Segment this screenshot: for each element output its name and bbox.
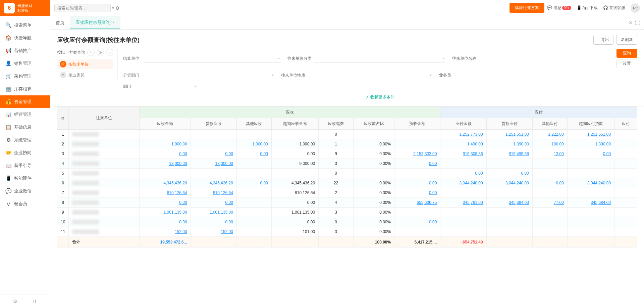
cell-ap-loan: 0.00 bbox=[486, 169, 532, 178]
col-settings-th[interactable]: ⚙ bbox=[57, 107, 69, 130]
filter-fields: 结算单位 ··· 往来单位分类 ▾ bbox=[123, 49, 637, 102]
table-row: 7 810,126.64 810,126.64 810,126.64 2 0.0… bbox=[57, 188, 637, 198]
cell-ar-other bbox=[236, 169, 271, 178]
cell-ar-ratio: 0.00% bbox=[354, 227, 394, 237]
filter-header: 按以下方案查询 + ⊙ « bbox=[57, 49, 113, 56]
cell-ar-other bbox=[236, 227, 271, 237]
page-content: 应收应付余额查询(按往来单位) ↑ 导出 ↺ 刷新 按以下方案查询 bbox=[50, 30, 644, 308]
tab-home[interactable]: 首页 bbox=[50, 16, 70, 29]
cell-ar-ratio: 0.00% bbox=[354, 178, 394, 188]
cell-ap-extra bbox=[614, 198, 637, 208]
cell-ap-extra bbox=[614, 227, 637, 237]
fanglai-nature-select[interactable]: ▾ bbox=[307, 72, 432, 79]
guide-icon: 📖 bbox=[5, 163, 11, 169]
gear-settings-icon[interactable]: ⚙ bbox=[115, 5, 120, 11]
cell-ap-overdue: 345,684.00 bbox=[567, 198, 614, 208]
sidebar-item-enterprise[interactable]: 🤝企业协同 bbox=[0, 146, 50, 159]
fenguan-select[interactable]: ▾ bbox=[144, 72, 274, 79]
col-ap-other-th: 其他应付 bbox=[532, 118, 567, 130]
filter-add-btn[interactable]: + bbox=[87, 49, 95, 56]
sidebar-item-search[interactable]: 🔍搜索菜单 bbox=[0, 19, 50, 32]
cell-ap-extra bbox=[614, 178, 637, 188]
maximize-window-btn[interactable]: ⛶ bbox=[635, 20, 640, 26]
sidebar-label-member: 畅会员 bbox=[14, 201, 27, 207]
cell-ap-overdue bbox=[567, 208, 614, 217]
cell-ar-count: 22 bbox=[319, 178, 354, 188]
sidebar-item-hardware[interactable]: 📱智能硬件 bbox=[0, 172, 50, 185]
scheme-item-staff[interactable]: ⊙ 按业务员 bbox=[57, 70, 113, 80]
sidebar-item-member[interactable]: V畅会员 bbox=[0, 197, 50, 210]
online-service-area[interactable]: 🎧 在线客服 bbox=[603, 5, 625, 11]
dept-label: 部门 bbox=[123, 84, 142, 89]
tab-close-ar-ap[interactable]: × bbox=[112, 20, 115, 25]
sidebar-item-guide[interactable]: 📖新手引导 bbox=[0, 159, 50, 172]
sidebar-item-sales[interactable]: 👤销售管理 bbox=[0, 57, 50, 70]
jiesuan-dots: ··· bbox=[277, 56, 280, 61]
cell-ar-loan bbox=[191, 139, 236, 149]
cell-ap-amount bbox=[440, 159, 486, 169]
sidebar-label-hardware: 智能硬件 bbox=[14, 175, 32, 181]
refresh-btn[interactable]: ↺ 刷新 bbox=[616, 35, 637, 45]
fanglai-cat-select[interactable]: ▾ bbox=[314, 55, 445, 62]
footer-ap-extra bbox=[614, 237, 637, 248]
inventory-icon: 🏢 bbox=[5, 86, 11, 92]
topbar: ▾ ⚙ 体验行业方案 💬 消息99+ 📱 App下载 🎧 在线客服 Rit bbox=[50, 0, 644, 16]
col-ap-extra-th: 应付 bbox=[614, 118, 637, 130]
sidebar-item-wechat[interactable]: 💬企业微信 bbox=[0, 185, 50, 197]
settings-btn[interactable]: 设置 bbox=[616, 59, 637, 68]
sidebar-item-finance[interactable]: 💰资金管理 bbox=[0, 95, 50, 108]
sidebar-item-inventory[interactable]: 🏢库存核算 bbox=[0, 83, 50, 95]
cell-ar-prepay bbox=[394, 227, 440, 237]
filter-settings-btn[interactable]: ⊙ bbox=[97, 49, 104, 56]
fanglai-name-input[interactable] bbox=[478, 57, 610, 60]
cell-ar-other: 1,000.00 bbox=[236, 139, 271, 149]
cell-ar-count: 0 bbox=[319, 169, 354, 178]
user-name[interactable]: Rit bbox=[631, 3, 640, 13]
page-title: 应收应付余额查询(按往来单位) bbox=[57, 36, 140, 44]
page-header-actions: ↑ 导出 ↺ 刷新 bbox=[593, 35, 637, 45]
cell-ar-overdue bbox=[271, 169, 318, 178]
messages-label: 消息 bbox=[553, 5, 561, 10]
export-btn[interactable]: ↑ 导出 bbox=[593, 35, 613, 45]
messages-area[interactable]: 💬 消息99+ bbox=[547, 5, 571, 11]
sidebar-logo: 6 畅捷通财 标准版 bbox=[0, 0, 50, 16]
cell-ap-loan bbox=[486, 217, 532, 227]
sidebar-item-basic-info[interactable]: 📋基础信息 bbox=[0, 121, 50, 134]
sidebar-item-quick-nav[interactable]: 🏠快捷导航 bbox=[0, 32, 50, 44]
cell-ar-amount: 0.00 bbox=[140, 198, 191, 208]
cell-idx: 4 bbox=[57, 159, 69, 169]
sidebar-item-operation[interactable]: 📊经营管理 bbox=[0, 108, 50, 121]
sidebar-item-system[interactable]: ⚙系统管理 bbox=[0, 134, 50, 146]
cell-ap-loan bbox=[486, 227, 532, 237]
jiesuan-input[interactable]: ··· bbox=[144, 55, 281, 62]
filter-area: 按以下方案查询 + ⊙ « 按 按往来单位 ⊙ 按业务员 bbox=[50, 45, 644, 106]
collapse-more-btn[interactable]: ∧ 收起更多条件 bbox=[123, 92, 637, 102]
scheme-item-partner[interactable]: 按 按往来单位 bbox=[57, 59, 113, 69]
col-partner-th: 往来单位 bbox=[69, 107, 140, 130]
sidebar-item-purchase[interactable]: 🛒采购管理 bbox=[0, 70, 50, 83]
cell-ar-overdue: 0.00 bbox=[271, 198, 318, 208]
search-input[interactable] bbox=[54, 4, 111, 12]
app-download-area[interactable]: 📱 App下载 bbox=[577, 5, 598, 11]
cell-ar-prepay bbox=[394, 208, 440, 217]
dept-select[interactable]: ▾ bbox=[144, 83, 197, 90]
tab-ar-ap[interactable]: 应收应付余额查询× bbox=[70, 16, 120, 29]
cell-idx: 3 bbox=[57, 149, 69, 159]
sidebar-item-marketing[interactable]: 📢营销推广 bbox=[0, 44, 50, 57]
cell-ar-other bbox=[236, 188, 271, 198]
table-row: 10 0.00 0.00 0.00 0 0.00% 0.00 bbox=[57, 217, 637, 227]
staff-input[interactable]: ··· bbox=[465, 72, 590, 79]
settings-footer-icon[interactable]: ⚙ bbox=[13, 298, 17, 305]
cell-idx: 9 bbox=[57, 208, 69, 217]
filter-collapse-btn[interactable]: « bbox=[106, 49, 113, 56]
cell-ar-other: 0.00 bbox=[236, 149, 271, 159]
close-window-btn[interactable]: ✕ bbox=[628, 20, 633, 26]
industry-btn[interactable]: 体验行业方案 bbox=[509, 3, 544, 13]
collapse-footer-icon[interactable]: ⏸ bbox=[32, 299, 37, 305]
cell-ap-amount: 1,252,773.00 bbox=[440, 130, 486, 139]
query-btn[interactable]: 查询 bbox=[616, 49, 637, 58]
cell-ar-overdue: 0.00 bbox=[271, 217, 318, 227]
cell-ar-amount: 1,001,135.00 bbox=[140, 208, 191, 217]
cell-ap-loan: 915,495.56 bbox=[486, 149, 532, 159]
filter-label: 按以下方案查询 bbox=[57, 50, 85, 55]
